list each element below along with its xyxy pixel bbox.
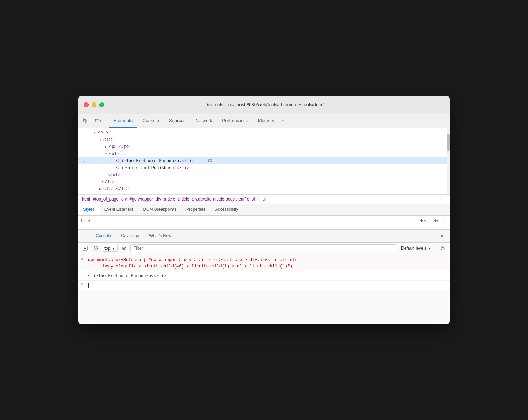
drawer-tab-bar: ⋮ Console Coverage What's New × bbox=[78, 230, 450, 243]
dom-line[interactable]: ▾ <li> bbox=[78, 136, 450, 143]
tab-elements[interactable]: Elements bbox=[109, 114, 137, 128]
tab-accessibility[interactable]: Accessibility bbox=[210, 204, 243, 215]
drawer-tab-whats-new[interactable]: What's New bbox=[144, 230, 176, 242]
tab-memory[interactable]: Memory bbox=[253, 114, 279, 128]
dom-line[interactable]: </ul> bbox=[78, 171, 450, 178]
devtools-menu-button[interactable]: ⋮ bbox=[435, 116, 447, 126]
drawer-tab-coverage[interactable]: Coverage bbox=[116, 230, 144, 242]
breadcrumb-html[interactable]: html bbox=[81, 197, 91, 202]
tab-console[interactable]: Console bbox=[137, 114, 164, 128]
dom-line[interactable]: ▶ <p>…</p> bbox=[78, 143, 450, 150]
context-selector[interactable]: top ▼ bbox=[102, 245, 118, 252]
console-filter-input[interactable] bbox=[130, 244, 396, 252]
log-levels-button[interactable]: Default levels ▼ bbox=[398, 245, 434, 252]
eye-filter-button[interactable] bbox=[120, 244, 128, 252]
drawer-more-button[interactable]: ⋮ bbox=[81, 230, 91, 242]
breadcrumb-ol[interactable]: ol bbox=[251, 197, 256, 202]
styles-filter-input[interactable] bbox=[81, 218, 415, 223]
styles-tab-bar: Styles Event Listeners DOM Breakpoints P… bbox=[78, 204, 450, 216]
device-toggle-icon[interactable] bbox=[93, 116, 103, 126]
console-result-text: <li>The Brothers Karamazov</li> bbox=[88, 273, 447, 279]
svg-rect-1 bbox=[99, 120, 101, 122]
breadcrumb-article1[interactable]: article bbox=[163, 197, 176, 202]
console-entry-output: ← <li>The Brothers Karamazov</li> bbox=[78, 271, 450, 281]
console-input-cursor[interactable] bbox=[88, 282, 447, 289]
prompt-arrow: > bbox=[81, 282, 87, 286]
bottom-drawer: ⋮ Console Coverage What's New × bbox=[78, 229, 450, 324]
styles-filter-bar: :hov .cls + bbox=[78, 216, 450, 226]
maximize-button[interactable] bbox=[99, 102, 104, 107]
dom-tree: ▾ <ol> ▾ <li> ▶ <p>…</p> ▾ <ul> ... bbox=[78, 128, 450, 194]
dom-tree-panel: ▾ <ol> ▾ <li> ▶ <p>…</p> ▾ <ul> ... bbox=[78, 128, 450, 194]
breadcrumb-ul[interactable]: ul bbox=[261, 197, 266, 202]
tab-event-listeners[interactable]: Event Listeners bbox=[100, 204, 138, 215]
console-command-text: document.querySelector("#gc-wrapper > di… bbox=[88, 257, 447, 270]
svg-rect-0 bbox=[95, 119, 99, 122]
breadcrumb-bar: html #top_of_page div #gc-wrapper div ar… bbox=[78, 194, 450, 204]
devtools-window: DevTools - localhost:8080/web/tools/chro… bbox=[78, 96, 450, 324]
tab-properties[interactable]: Properties bbox=[181, 204, 210, 215]
breadcrumb-li2[interactable]: li bbox=[268, 197, 271, 202]
cls-filter-button[interactable]: .cls bbox=[431, 218, 440, 224]
dom-line[interactable]: <li>Crime and Punishment</li> bbox=[78, 164, 450, 171]
toolbar-icons bbox=[81, 116, 106, 126]
dom-line-selected[interactable]: ... <li>The Brothers Karamazov</li> == $… bbox=[78, 157, 450, 164]
svg-line-4 bbox=[94, 247, 97, 250]
input-arrow: > bbox=[81, 257, 87, 261]
breadcrumb-div1[interactable]: div bbox=[120, 197, 128, 202]
tab-bar: Elements Console Sources Network Perform… bbox=[78, 114, 450, 128]
inspect-element-icon[interactable] bbox=[81, 116, 91, 126]
dashed-separator bbox=[81, 226, 447, 229]
tab-styles[interactable]: Styles bbox=[78, 204, 100, 215]
console-toolbar: top ▼ Default levels ▼ bbox=[78, 243, 450, 254]
expand-arrow[interactable]: ▶ bbox=[99, 187, 103, 191]
breadcrumb-devsite-div[interactable]: div.devsite-article-body.clearfix bbox=[191, 197, 250, 202]
scrollbar-thumb[interactable] bbox=[447, 134, 450, 151]
drawer-tab-console[interactable]: Console bbox=[91, 230, 116, 242]
drawer-close-button[interactable]: × bbox=[437, 231, 447, 241]
block-button[interactable] bbox=[92, 244, 100, 252]
expand-arrow[interactable]: ▾ bbox=[94, 131, 98, 135]
console-content: > document.querySelector("#gc-wrapper > … bbox=[78, 254, 450, 324]
tab-sources[interactable]: Sources bbox=[164, 114, 191, 128]
svg-point-6 bbox=[123, 248, 125, 249]
add-style-button[interactable]: + bbox=[441, 218, 447, 224]
output-arrow: ← bbox=[81, 273, 87, 277]
breadcrumb-div2[interactable]: div bbox=[155, 197, 162, 202]
title-bar: DevTools - localhost:8080/web/tools/chro… bbox=[78, 96, 450, 114]
window-title: DevTools - localhost:8080/web/tools/chro… bbox=[204, 102, 324, 107]
dom-line[interactable]: ▶ <li>…</li> bbox=[78, 185, 450, 192]
close-button[interactable] bbox=[84, 102, 89, 107]
tab-network[interactable]: Network bbox=[191, 114, 217, 128]
breadcrumb-article2[interactable]: article bbox=[177, 197, 190, 202]
execute-script-button[interactable] bbox=[81, 244, 89, 252]
dom-line[interactable]: ▾ <ol> bbox=[78, 129, 450, 136]
console-settings-button[interactable] bbox=[439, 244, 447, 252]
console-entry-input: > document.querySelector("#gc-wrapper > … bbox=[78, 256, 450, 271]
expand-arrow[interactable]: ▾ bbox=[99, 138, 103, 142]
console-entry-prompt[interactable]: > bbox=[78, 281, 450, 290]
breadcrumb-gc-wrapper[interactable]: #gc-wrapper bbox=[128, 197, 154, 202]
breadcrumb-top-of-page[interactable]: #top_of_page bbox=[92, 197, 120, 202]
svg-point-7 bbox=[442, 248, 444, 249]
minimize-button[interactable] bbox=[92, 102, 96, 107]
tab-performance[interactable]: Performance bbox=[217, 114, 253, 128]
styles-panel: Styles Event Listeners DOM Breakpoints P… bbox=[78, 204, 450, 229]
dom-line[interactable]: ▾ <ul> bbox=[78, 150, 450, 157]
scrollbar-track[interactable] bbox=[447, 128, 450, 194]
hov-filter-button[interactable]: :hov bbox=[418, 218, 429, 224]
dom-line[interactable]: </li> bbox=[78, 178, 450, 185]
more-tabs-button[interactable]: » bbox=[281, 117, 286, 125]
text-cursor bbox=[88, 283, 89, 288]
filter-buttons: :hov .cls + bbox=[418, 218, 447, 224]
toolbar-divider bbox=[436, 245, 436, 252]
breadcrumb-li1[interactable]: li bbox=[257, 197, 260, 202]
traffic-lights bbox=[84, 102, 104, 107]
expand-arrow[interactable]: ▶ bbox=[105, 145, 109, 149]
expand-arrow[interactable]: ▾ bbox=[105, 152, 109, 156]
tab-dom-breakpoints[interactable]: DOM Breakpoints bbox=[138, 204, 181, 215]
ellipsis-marker[interactable]: ... bbox=[78, 158, 89, 163]
